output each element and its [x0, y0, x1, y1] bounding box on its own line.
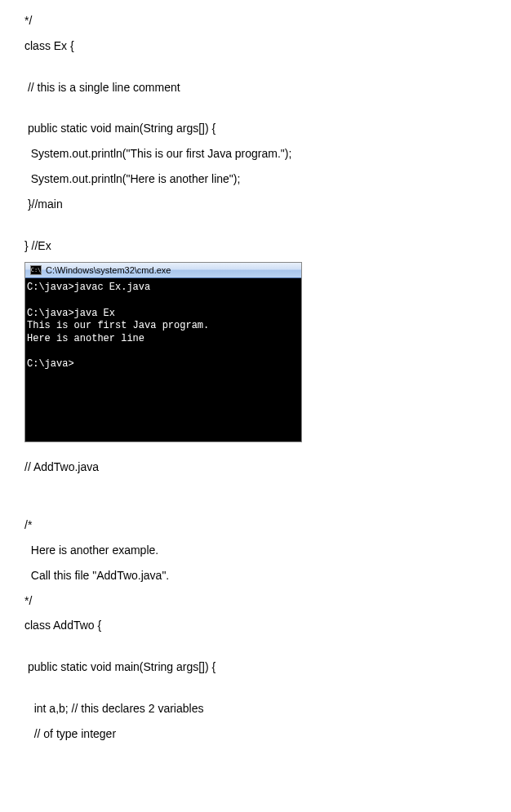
code-line: public static void main(String args[]) { [24, 654, 487, 680]
terminal-titlebar: C:\ C:\Windows\system32\cmd.exe [25, 263, 301, 278]
code-line: Here is another example. [24, 538, 487, 563]
code-line: } //Ex [24, 233, 487, 259]
code-line: // of type integer [24, 721, 487, 747]
code-block-ex: */ class Ex { // this is a single line c… [24, 8, 487, 258]
code-line: */ [24, 8, 487, 33]
code-line: Call this file "AddTwo.java". [24, 563, 487, 588]
code-line: */ [24, 588, 487, 614]
terminal-title: C:\Windows\system32\cmd.exe [46, 265, 171, 275]
code-block-addtwo: // AddTwo.java /* Here is another exampl… [24, 455, 487, 746]
code-line: System.out.println("Here is another line… [24, 166, 487, 192]
code-line: // AddTwo.java [24, 455, 487, 480]
code-line: }//main [24, 192, 487, 217]
code-line: int a,b; // this declares 2 variables [24, 696, 487, 721]
code-line: public static void main(String args[]) { [24, 116, 487, 141]
terminal-window: C:\ C:\Windows\system32\cmd.exe C:\java>… [24, 262, 302, 442]
code-line: class AddTwo { [24, 613, 487, 638]
terminal-output: C:\java>javac Ex.java C:\java>java Ex Th… [25, 278, 301, 441]
code-line: // this is a single line comment [24, 75, 487, 100]
code-line: System.out.println("This is our first Ja… [24, 141, 487, 166]
cmd-icon: C:\ [30, 265, 42, 275]
code-line: /* [24, 512, 487, 538]
code-line: class Ex { [24, 33, 487, 59]
